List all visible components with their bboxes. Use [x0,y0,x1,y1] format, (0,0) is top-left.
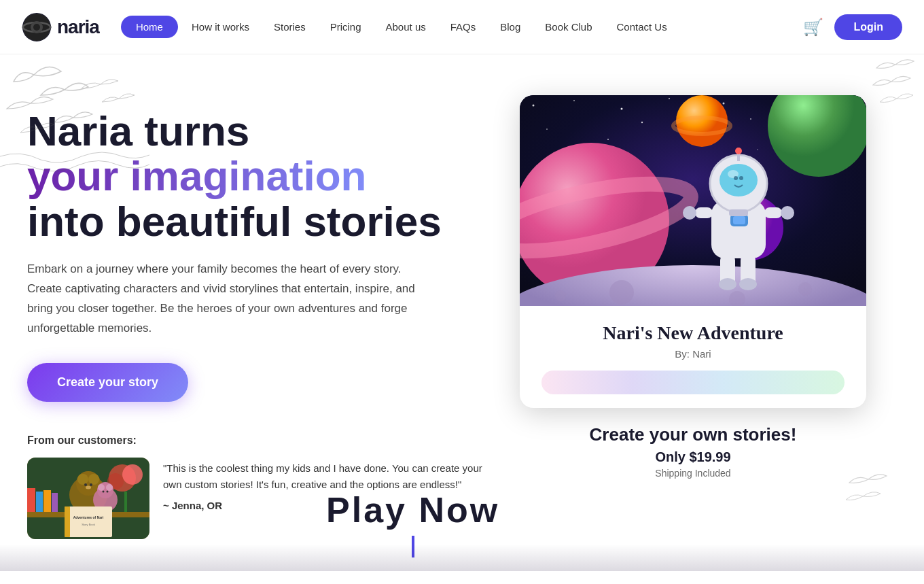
svg-point-45 [546,128,548,130]
svg-point-23 [84,483,87,486]
create-story-button[interactable]: Create your story [27,363,188,402]
svg-rect-14 [52,493,58,512]
svg-point-46 [641,122,643,123]
hero-title-line3: into beautiful stories [27,198,442,245]
hero-left-content: Naria turns your imagination into beauti… [27,95,489,539]
svg-point-67 [719,278,736,290]
cta-shipping: Shipping Included [590,468,797,479]
nav-home[interactable]: Home [121,16,178,38]
svg-point-84 [739,176,743,180]
customer-photo-image: Adventures of Nari Story Book [27,458,149,539]
svg-point-29 [106,484,113,491]
svg-point-24 [90,483,92,486]
cta-price: Only $19.99 [590,449,797,465]
svg-point-74 [683,206,696,220]
svg-text:Story Book: Story Book [82,523,95,526]
svg-point-40 [669,98,670,99]
svg-point-53 [607,139,609,140]
svg-point-63 [555,290,566,301]
play-now-section: Play Now [326,489,499,557]
login-button[interactable]: Login [834,14,902,40]
nav-book-club[interactable]: Book Club [534,16,603,38]
svg-point-41 [723,103,725,105]
svg-point-52 [757,149,758,150]
svg-point-64 [798,282,812,296]
nav-contact-us[interactable]: Contact Us [606,16,678,38]
nav-stories[interactable]: Stories [263,16,317,38]
nav-about-us[interactable]: About us [375,16,437,38]
svg-point-47 [750,118,751,120]
space-illustration [520,95,866,306]
svg-point-21 [77,474,88,485]
cta-title: Create your own stories! [590,424,797,445]
svg-point-30 [103,490,105,492]
svg-point-61 [609,280,634,305]
customers-label: From our customers: [27,434,489,447]
navigation: naria Home How it works Stories Pricing … [0,0,924,54]
svg-rect-72 [695,207,713,218]
svg-rect-12 [36,492,43,512]
logo-text: naria [57,16,99,38]
play-now-text: Play Now [326,489,499,530]
cart-icon[interactable]: 🛒 [803,18,823,37]
svg-point-8 [33,24,40,31]
cta-section: Create your own stories! Only $19.99 Shi… [590,424,797,479]
book-author: By: Nari [541,348,845,360]
svg-text:Adventures of Nari: Adventures of Nari [73,515,104,519]
svg-rect-73 [764,207,782,218]
deco-birds-top-right [870,54,924,163]
svg-rect-32 [65,506,112,537]
svg-rect-82 [729,209,748,216]
svg-point-75 [781,206,794,220]
play-now-underline [412,536,414,557]
logo[interactable]: naria [22,12,99,42]
customer-quote: "This is the coolest thing my kids and I… [163,460,489,493]
svg-point-22 [88,474,99,485]
svg-point-81 [735,148,742,154]
nav-pricing[interactable]: Pricing [319,16,372,38]
hero-title-line2: your imagination [27,152,366,199]
nav-how-it-works[interactable]: How it works [181,16,260,38]
svg-rect-13 [43,490,51,512]
svg-point-83 [734,176,738,180]
book-color-strip [541,371,845,394]
hero-right-content: Nari's New Adventure By: Nari Create you… [516,95,870,479]
svg-point-28 [98,484,105,491]
svg-point-77 [719,164,758,196]
hero-section: Naria turns your imagination into beauti… [0,54,924,571]
svg-point-37 [533,105,535,107]
book-title: Nari's New Adventure [541,322,845,344]
svg-point-39 [621,108,623,110]
svg-rect-18 [124,492,127,512]
svg-point-31 [107,490,109,492]
hero-title: Naria turns your imagination into beauti… [27,109,489,243]
svg-point-68 [739,278,757,290]
svg-point-25 [86,485,91,489]
nav-links: Home How it works Stories Pricing About … [121,16,804,38]
svg-rect-33 [65,506,70,537]
svg-point-16 [122,464,143,485]
nav-blog[interactable]: Blog [489,16,531,38]
logo-icon [22,12,52,42]
hero-title-line1: Naria turns [27,107,249,154]
customer-photo: Adventures of Nari Story Book [27,458,149,539]
svg-rect-71 [733,216,745,224]
hero-description: Embark on a journey where your family be… [27,260,435,339]
nav-faqs[interactable]: FAQs [440,16,487,38]
svg-rect-11 [27,488,35,512]
book-info: Nari's New Adventure By: Nari [520,306,866,408]
book-card: Nari's New Adventure By: Nari [520,95,866,408]
book-illustration [520,95,866,306]
svg-point-38 [573,100,575,101]
nav-right-actions: 🛒 Login [803,14,902,40]
